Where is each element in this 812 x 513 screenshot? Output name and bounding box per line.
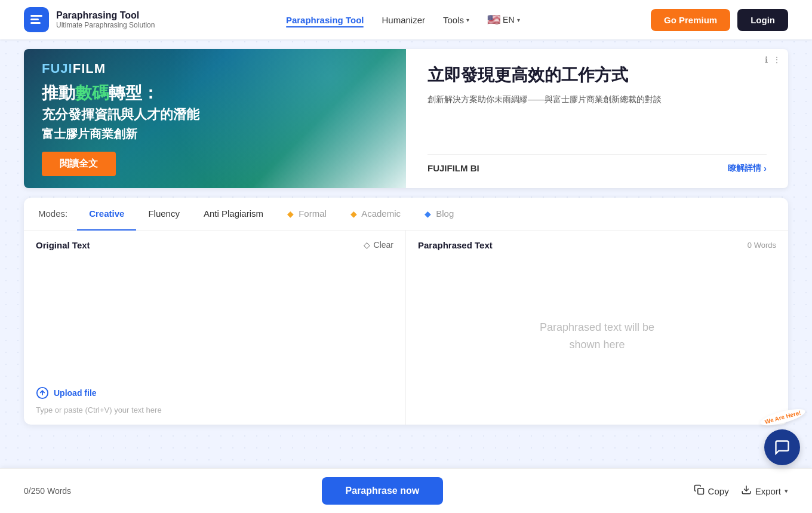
- editor-left: Original Text ◇ Clear Upload file Type o…: [24, 231, 406, 425]
- diamond-icon: ◆: [425, 209, 431, 219]
- svg-rect-2: [30, 22, 41, 24]
- logo-icon: [24, 7, 49, 32]
- svg-rect-1: [30, 19, 39, 20]
- more-icon[interactable]: ⋮: [773, 55, 781, 64]
- ad-learn-more-link[interactable]: 瞭解詳情 ›: [728, 163, 767, 174]
- ad-info-icons: ℹ ⋮: [765, 55, 781, 64]
- flag-icon: 🇺🇸: [487, 13, 500, 26]
- chat-bubble[interactable]: We Are Here!: [764, 429, 800, 465]
- diamond-icon: ◆: [350, 209, 357, 219]
- hint-text: Type or paste (Ctrl+V) your text here: [36, 406, 162, 414]
- header: Paraphrasing Tool Ultimate Paraphrasing …: [0, 0, 812, 39]
- export-icon: [741, 484, 752, 497]
- login-button[interactable]: Login: [737, 9, 788, 31]
- chat-button[interactable]: [764, 429, 800, 465]
- language-selector[interactable]: 🇺🇸 EN ▾: [487, 13, 519, 26]
- editor-right: Paraphrased Text 0 Words Paraphrased tex…: [406, 231, 788, 425]
- logo-area: Paraphrasing Tool Ultimate Paraphrasing …: [24, 7, 155, 32]
- copy-button[interactable]: Copy: [694, 484, 729, 497]
- modes-tabs: Modes: Creative Fluency Anti Plagiarism …: [24, 198, 788, 231]
- original-text-input[interactable]: [36, 257, 393, 377]
- chevron-down-icon: ▾: [466, 17, 469, 23]
- editor-right-header: Paraphrased Text 0 Words: [418, 240, 776, 250]
- upload-icon: [36, 386, 49, 400]
- chevron-down-icon: ▾: [517, 17, 520, 23]
- ad-right-title: 立即發現更高效的工作方式: [427, 63, 767, 87]
- tab-blog[interactable]: ◆ Blog: [413, 198, 466, 231]
- paraphrase-now-button[interactable]: Paraphrase now: [322, 477, 444, 505]
- header-actions: Go Premium Login: [651, 9, 788, 31]
- ad-footer: FUJIFILM BI 瞭解詳情 ›: [427, 154, 767, 174]
- app-title: Paraphrasing Tool: [56, 10, 155, 21]
- fujifilm-logo: FUJIFILM: [42, 61, 388, 76]
- editor-left-header: Original Text ◇ Clear: [36, 240, 393, 250]
- chevron-right-icon: ›: [764, 164, 767, 173]
- tab-formal[interactable]: ◆ Formal: [275, 198, 339, 231]
- ad-banner: FUJIFILM 推動數碼轉型： 充分發揮資訊與人才的潛能 富士膠片商業創新 閱…: [24, 49, 788, 188]
- tab-fluency[interactable]: Fluency: [136, 198, 192, 231]
- word-count-display: 0 Words: [748, 241, 776, 250]
- copy-icon: [694, 484, 705, 497]
- ad-read-button[interactable]: 閱讀全文: [42, 152, 116, 176]
- editor-left-footer: Upload file Type or paste (Ctrl+V) your …: [36, 386, 393, 415]
- nav-paraphrasing-tool[interactable]: Paraphrasing Tool: [286, 15, 364, 25]
- ad-brand-zh: 富士膠片商業創新: [42, 126, 388, 142]
- diamond-icon: ◆: [287, 209, 294, 219]
- nav-humanizer[interactable]: Humanizer: [382, 15, 425, 25]
- chevron-down-icon: ▾: [785, 487, 788, 495]
- paraphrased-text-label: Paraphrased Text: [418, 240, 493, 250]
- ad-title-zh: 推動數碼轉型：: [42, 82, 388, 104]
- go-premium-button[interactable]: Go Premium: [651, 9, 730, 31]
- tab-creative[interactable]: Creative: [77, 198, 136, 231]
- tab-academic[interactable]: ◆ Academic: [339, 198, 413, 231]
- clear-icon: ◇: [364, 240, 370, 250]
- svg-rect-0: [30, 15, 42, 17]
- export-button[interactable]: Export ▾: [741, 484, 788, 497]
- editor-area: Original Text ◇ Clear Upload file Type o…: [24, 231, 788, 425]
- bottom-actions: Copy Export ▾: [694, 484, 788, 497]
- paraphrased-placeholder: Paraphrased text will beshown here: [418, 257, 776, 415]
- modes-label: Modes:: [38, 198, 67, 229]
- svg-rect-5: [697, 489, 703, 494]
- word-counter: 0/250 Words: [24, 486, 71, 496]
- ad-brand-name: FUJIFILM BI: [427, 163, 479, 173]
- ad-left-panel: FUJIFILM 推動數碼轉型： 充分發揮資訊與人才的潛能 富士膠片商業創新 閱…: [24, 49, 406, 188]
- logo-text: Paraphrasing Tool Ultimate Paraphrasing …: [56, 10, 155, 29]
- app-subtitle: Ultimate Paraphrasing Solution: [56, 21, 155, 29]
- upload-file-button[interactable]: Upload file: [36, 386, 393, 400]
- original-text-label: Original Text: [36, 240, 90, 250]
- ad-right-panel: ℹ ⋮ 立即發現更高效的工作方式 創新解決方案助你未雨綢繆——與富士膠片商業創新…: [406, 49, 788, 188]
- nav-tools[interactable]: Tools ▾: [443, 15, 469, 25]
- tab-anti-plagiarism[interactable]: Anti Plagiarism: [192, 198, 275, 231]
- bottom-bar: 0/250 Words Paraphrase now Copy Export ▾: [0, 468, 812, 513]
- main-tool: Modes: Creative Fluency Anti Plagiarism …: [24, 198, 788, 425]
- ad-right-desc: 創新解決方案助你未雨綢繆——與富士膠片商業創新總裁的對談: [427, 93, 767, 106]
- ad-subtitle-zh: 充分發揮資訊與人才的潛能: [42, 106, 388, 124]
- clear-button[interactable]: ◇ Clear: [364, 240, 393, 250]
- main-nav: Paraphrasing Tool Humanizer Tools ▾ 🇺🇸 E…: [286, 13, 520, 26]
- info-icon[interactable]: ℹ: [765, 55, 768, 64]
